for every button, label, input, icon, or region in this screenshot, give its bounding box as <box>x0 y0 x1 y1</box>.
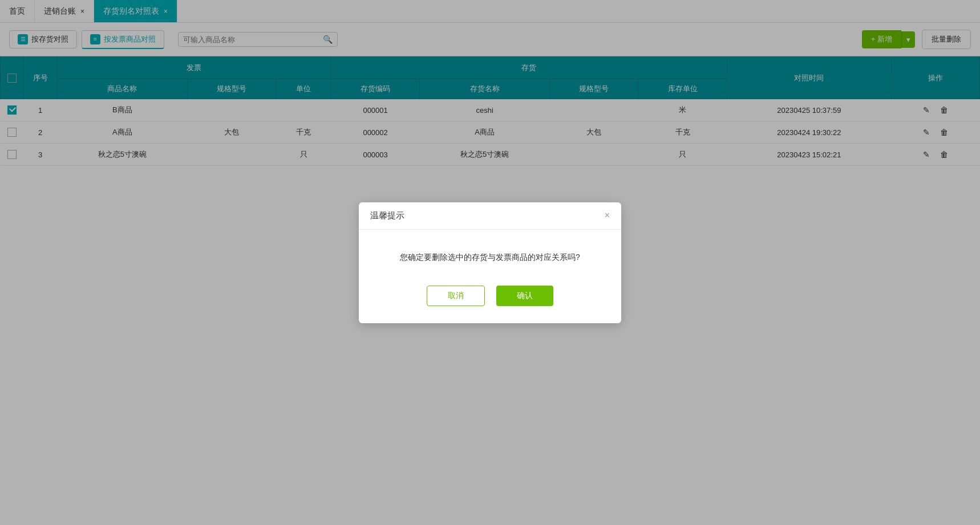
btn-confirm[interactable]: 确认 <box>496 286 553 306</box>
dialog-header: 温馨提示 × <box>359 202 621 230</box>
dialog-body: 您确定要删除选中的存货与发票商品的对应关系吗? <box>359 230 621 280</box>
dialog-title: 温馨提示 <box>370 210 404 221</box>
dialog-footer: 取消 确认 <box>359 280 621 323</box>
dialog-overlay: 温馨提示 × 您确定要删除选中的存货与发票商品的对应关系吗? 取消 确认 <box>0 0 980 525</box>
dialog-message: 您确定要删除选中的存货与发票商品的对应关系吗? <box>400 253 580 262</box>
confirm-dialog: 温馨提示 × 您确定要删除选中的存货与发票商品的对应关系吗? 取消 确认 <box>359 202 621 323</box>
dialog-close-icon[interactable]: × <box>605 210 610 221</box>
btn-cancel[interactable]: 取消 <box>427 286 485 306</box>
